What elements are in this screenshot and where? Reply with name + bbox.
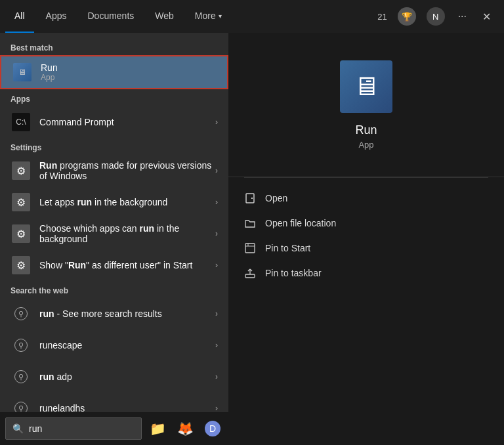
settings-icon-3: ⚙ (10, 223, 32, 244)
tab-web[interactable]: Web (146, 0, 183, 33)
search-web-label: Search the web (0, 281, 228, 298)
web-item-3[interactable]: ⚲ run adp › (0, 361, 228, 392)
search-icon: 🔍 (12, 423, 24, 434)
pin-to-taskbar-label: Pin to taskbar (265, 268, 322, 278)
tab-more[interactable]: More ▾ (186, 0, 231, 33)
settings-title-3: Choose which apps can run in the backgro… (39, 223, 215, 244)
door-icon (244, 192, 256, 204)
web-search-icon-2: ⚲ (10, 335, 32, 356)
run-subtitle: App (41, 73, 217, 82)
settings-icon-1: ⚙ (10, 160, 32, 181)
close-button[interactable]: ✕ (480, 8, 494, 26)
open-label: Open (265, 193, 287, 203)
folder-taskbar-icon[interactable]: 📁 (147, 418, 168, 439)
open-button[interactable]: Open (228, 186, 504, 211)
tab-all[interactable]: All (5, 0, 34, 33)
web-title-2: runescape (39, 340, 215, 350)
web-text-1: run - See more search results (39, 308, 215, 319)
app-name: Run (355, 123, 377, 137)
run-title: Run (41, 62, 217, 73)
settings-item-3[interactable]: ⚙ Choose which apps can run in the backg… (0, 218, 228, 249)
nav-tabs: All Apps Documents Web More ▾ (0, 0, 228, 33)
taskbar-icons: 📁 🦊 D (147, 418, 223, 439)
web-text-2: runescape (39, 340, 215, 350)
notification-badge: 21 (377, 12, 387, 22)
pin-start-icon (244, 242, 256, 254)
settings-text-3: Choose which apps can run in the backgro… (39, 223, 215, 244)
settings-chevron-2: › (215, 198, 218, 207)
web-chevron-3: › (215, 372, 218, 381)
folder-open-icon (244, 217, 256, 229)
web-chevron-4: › (215, 404, 218, 413)
right-topbar: 21 🏆 N ··· ✕ (228, 0, 504, 33)
web-title-1: run - See more search results (39, 308, 215, 319)
settings-chevron-1: › (215, 166, 218, 175)
run-app-icon: 🖥 (12, 62, 33, 83)
web-text-3: run adp (39, 371, 215, 382)
svg-rect-5 (245, 274, 255, 278)
settings-section-label: Settings (0, 138, 228, 155)
settings-icon-2: ⚙ (10, 192, 32, 213)
settings-title-2: Let apps run in the background (39, 197, 215, 207)
settings-item-2[interactable]: ⚙ Let apps run in the background › (0, 186, 228, 218)
settings-item-4[interactable]: ⚙ Show "Run" as different user" in Start… (0, 249, 228, 281)
web-item-2[interactable]: ⚲ runescape › (0, 329, 228, 361)
web-title-3: run adp (39, 371, 215, 382)
left-panel: All Apps Documents Web More ▾ Best match… (0, 0, 228, 445)
open-file-location-label: Open file location (265, 218, 336, 228)
web-chevron-2: › (215, 341, 218, 350)
web-chevron-1: › (215, 309, 218, 318)
cmd-title: Command Prompt (39, 117, 215, 127)
tab-documents[interactable]: Documents (78, 0, 143, 33)
app-big-icon: 🖥 (340, 60, 392, 113)
settings-chevron-4: › (215, 261, 218, 270)
pin-to-start-label: Pin to Start (265, 243, 310, 253)
settings-text-1: Run programs made for previous versions … (39, 160, 215, 181)
svg-rect-2 (245, 244, 255, 253)
cmd-chevron: › (215, 117, 218, 127)
pin-to-start-button[interactable]: Pin to Start (228, 236, 504, 261)
svg-rect-1 (251, 198, 253, 199)
settings-chevron-3: › (215, 229, 218, 238)
web-search-icon-1: ⚲ (10, 303, 32, 324)
settings-text-2: Let apps run in the background (39, 197, 215, 207)
firefox-taskbar-icon[interactable]: 🦊 (175, 418, 196, 439)
web-search-icon-3: ⚲ (10, 366, 32, 387)
best-match-run[interactable]: 🖥 Run App (0, 55, 228, 89)
discord-taskbar-icon[interactable]: D (202, 418, 223, 439)
cmd-text: Command Prompt (39, 117, 215, 127)
taskbar: 🔍 run 📁 🦊 D (0, 412, 228, 445)
settings-title-1: Run programs made for previous versions … (39, 160, 215, 181)
tab-apps[interactable]: Apps (37, 0, 76, 33)
chevron-down-icon: ▾ (219, 12, 222, 20)
results-area: Best match 🖥 Run App Apps C:\ Command Pr… (0, 33, 228, 445)
achievement-icon[interactable]: 🏆 (398, 7, 416, 26)
context-menu: Open Open file location Pin to Start (228, 178, 504, 293)
apps-section-label: Apps (0, 89, 228, 106)
settings-icon-4: ⚙ (10, 255, 32, 276)
best-match-label: Best match (0, 38, 228, 55)
pin-taskbar-icon (244, 267, 256, 279)
user-avatar[interactable]: N (427, 7, 445, 26)
open-file-location-button[interactable]: Open file location (228, 211, 504, 236)
app-type: App (358, 140, 373, 150)
web-item-1[interactable]: ⚲ run - See more search results › (0, 298, 228, 329)
best-match-text: Run App (41, 62, 217, 82)
pin-to-taskbar-button[interactable]: Pin to taskbar (228, 261, 504, 286)
more-options-button[interactable]: ··· (455, 8, 469, 25)
search-input-value: run (29, 423, 42, 434)
settings-title-4: Show "Run" as different user" in Start (39, 260, 215, 270)
search-box[interactable]: 🔍 run (5, 417, 142, 440)
settings-item-1[interactable]: ⚙ Run programs made for previous version… (0, 155, 228, 186)
cmd-icon: C:\ (10, 112, 32, 133)
settings-text-4: Show "Run" as different user" in Start (39, 260, 215, 270)
svg-rect-0 (246, 194, 254, 203)
right-panel: 21 🏆 N ··· ✕ 🖥 Run App Open (228, 0, 504, 445)
app-preview: 🖥 Run App (228, 33, 504, 177)
cmd-item[interactable]: C:\ Command Prompt › (0, 106, 228, 138)
